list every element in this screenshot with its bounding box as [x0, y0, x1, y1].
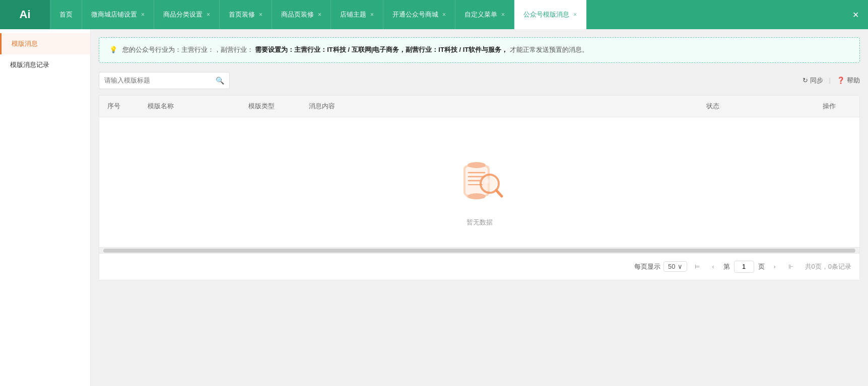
- page-size-wrap: 每页显示 50 ∨: [634, 261, 687, 272]
- th-action: 操作: [799, 96, 859, 117]
- sidebar-item-template-msg-label: 模版消息: [12, 40, 38, 47]
- total-info: 共0页，0条记录: [805, 262, 851, 271]
- brand-text: Ai: [20, 8, 31, 21]
- nav-tab-store-settings[interactable]: 微商城店铺设置 ×: [82, 0, 154, 29]
- th-type: 模版类型: [240, 96, 301, 117]
- notice-box: 💡 您的公众号行业为：主营行业：，副营行业： 需要设置为：主营行业：IT科技 /…: [99, 37, 860, 63]
- page-unit-label: 页: [758, 262, 765, 271]
- close-icon[interactable]: ×: [501, 11, 505, 18]
- close-icon[interactable]: ×: [259, 11, 262, 18]
- next-page-button[interactable]: ›: [769, 261, 781, 273]
- svg-point-8: [468, 193, 486, 199]
- nav-tab-product-decor-label: 商品页装修: [281, 10, 314, 19]
- page-size-select[interactable]: 50 ∨: [663, 261, 687, 272]
- notice-icon: 💡: [109, 46, 117, 53]
- nav-tab-home[interactable]: 首页: [50, 0, 82, 29]
- refresh-icon: ↻: [803, 76, 808, 84]
- svg-point-7: [468, 162, 486, 168]
- sync-button[interactable]: ↻ 同步: [803, 76, 823, 85]
- close-icon[interactable]: ×: [318, 11, 321, 18]
- page-size-value: 50: [668, 263, 675, 270]
- search-input-wrap[interactable]: 🔍: [99, 72, 230, 89]
- page-di-label: 第: [723, 262, 730, 271]
- svg-line-11: [496, 190, 502, 196]
- chevron-down-icon: ∨: [678, 263, 683, 270]
- scrollbar-track[interactable]: [99, 247, 859, 253]
- data-table: 序号 模版名称 模版类型 消息内容 状态 操作: [99, 95, 860, 280]
- nav-tab-open-mall[interactable]: 开通公众号商城 ×: [383, 0, 455, 29]
- first-page-button[interactable]: ⊨: [691, 261, 703, 273]
- close-icon[interactable]: ×: [207, 11, 210, 18]
- notice-suffix: 才能正常发送预置的消息。: [510, 46, 588, 53]
- th-content: 消息内容: [301, 96, 698, 117]
- top-nav: Ai 首页 微商城店铺设置 × 商品分类设置 × 首页装修 × 商品页装修 × …: [0, 0, 868, 29]
- search-input[interactable]: [104, 76, 216, 84]
- sidebar: 模版消息 模版消息记录: [0, 29, 91, 386]
- th-name: 模版名称: [140, 96, 240, 117]
- page-size-label: 每页显示: [634, 262, 660, 271]
- content-area: 💡 您的公众号行业为：主营行业：，副营行业： 需要设置为：主营行业：IT科技 /…: [91, 29, 868, 386]
- empty-illustration: [449, 147, 510, 208]
- nav-tab-home-decor-label: 首页装修: [229, 10, 255, 19]
- nav-tab-theme[interactable]: 店铺主题 ×: [331, 0, 383, 29]
- nav-tab-open-mall-label: 开通公众号商城: [392, 10, 438, 19]
- nav-tab-category[interactable]: 商品分类设置 ×: [154, 0, 220, 29]
- close-all-button[interactable]: ✕: [843, 10, 868, 20]
- close-icon[interactable]: ×: [370, 11, 374, 18]
- nav-tab-store-settings-label: 微商城店铺设置: [91, 10, 137, 19]
- pagination: 每页显示 50 ∨ ⊨ ‹ 第 页 › ⊩ 共0页，0条记录: [99, 253, 859, 280]
- nav-tab-product-decor[interactable]: 商品页装修 ×: [272, 0, 331, 29]
- main-layout: 模版消息 模版消息记录 💡 您的公众号行业为：主营行业：，副营行业： 需要设置为…: [0, 29, 868, 386]
- scrollbar-thumb[interactable]: [103, 249, 855, 253]
- close-icon[interactable]: ×: [573, 11, 577, 18]
- nav-tab-custom-menu[interactable]: 自定义菜单 ×: [455, 0, 514, 29]
- nav-tab-template-msg-label: 公众号模版消息: [523, 10, 569, 19]
- nav-tab-theme-label: 店铺主题: [340, 10, 366, 19]
- search-bar: 🔍 ↻ 同步 | ❓ 帮助: [99, 72, 860, 89]
- nav-tab-home-decor[interactable]: 首页装修 ×: [220, 0, 272, 29]
- search-icon-button[interactable]: 🔍: [216, 76, 224, 85]
- current-page-input[interactable]: [734, 261, 754, 273]
- close-all-icon: ✕: [852, 11, 859, 19]
- empty-state: 暂无数据: [99, 117, 859, 247]
- sidebar-item-template-msg[interactable]: 模版消息: [0, 33, 90, 54]
- notice-highlight: 需要设置为：主营行业：IT科技 / 互联网|电子商务，副营行业：IT科技 / I…: [255, 46, 508, 53]
- nav-tab-template-msg[interactable]: 公众号模版消息 ×: [514, 0, 586, 29]
- brand-logo: Ai: [0, 0, 50, 29]
- close-icon[interactable]: ×: [141, 11, 145, 18]
- sidebar-item-template-msg-record[interactable]: 模版消息记录: [0, 54, 90, 75]
- empty-text: 暂无数据: [466, 218, 493, 227]
- svg-point-12: [485, 179, 489, 183]
- nav-tab-category-label: 商品分类设置: [163, 10, 203, 19]
- prev-page-button[interactable]: ‹: [707, 261, 719, 273]
- nav-tab-custom-menu-label: 自定义菜单: [464, 10, 497, 19]
- table-header: 序号 模版名称 模版类型 消息内容 状态 操作: [99, 96, 859, 117]
- last-page-button[interactable]: ⊩: [785, 261, 797, 273]
- nav-tab-home-label: 首页: [59, 10, 73, 19]
- th-status: 状态: [698, 96, 799, 117]
- help-label: 帮助: [847, 76, 860, 85]
- help-button[interactable]: ❓ 帮助: [837, 76, 860, 85]
- divider: |: [827, 76, 833, 84]
- notice-prefix: 您的公众号行业为：主营行业：，副营行业：: [122, 46, 253, 53]
- close-icon[interactable]: ×: [442, 11, 446, 18]
- sync-label: 同步: [810, 76, 823, 85]
- svg-point-10: [483, 177, 497, 191]
- sidebar-item-template-msg-record-label: 模版消息记录: [10, 61, 49, 68]
- help-circle-icon: ❓: [837, 76, 845, 84]
- th-seq: 序号: [99, 96, 140, 117]
- search-bar-right: ↻ 同步 | ❓ 帮助: [803, 76, 860, 85]
